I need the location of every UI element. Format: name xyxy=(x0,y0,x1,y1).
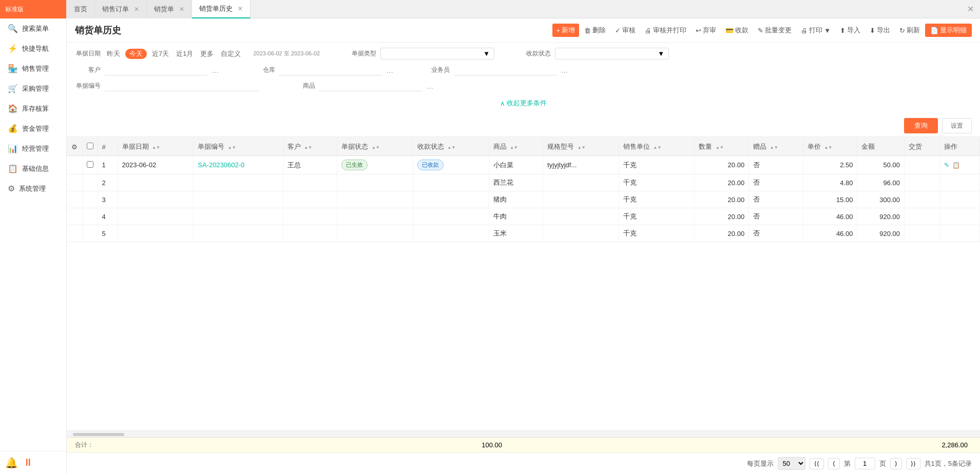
audit-button[interactable]: ✓ 审核 xyxy=(611,24,640,37)
print-button[interactable]: 🖨 打印 ▼ xyxy=(797,24,835,37)
refresh-button[interactable]: ↻ 刷新 xyxy=(895,24,924,37)
row-actions xyxy=(940,225,980,242)
docno-label: 单据编号 xyxy=(75,82,101,90)
row-edit-link[interactable]: ✎ xyxy=(944,162,949,169)
date-custom[interactable]: 自定义 xyxy=(219,49,243,59)
row-date: 2023-06-02 xyxy=(118,156,194,174)
print-icon: 🖨 xyxy=(801,27,808,34)
batch-change-button[interactable]: ✎ 批量变更 xyxy=(754,24,796,37)
delete-button[interactable]: 🗑 删除 xyxy=(580,24,610,37)
scrollbar-thumb[interactable] xyxy=(73,433,124,436)
pause-icon[interactable]: ⏸ xyxy=(23,457,33,469)
row-index: 3 xyxy=(98,191,118,208)
filter-date: 单据日期 昨天 今天 近7天 近1月 更多 自定义 xyxy=(75,49,243,59)
col-collect-status[interactable]: 收款状态 ▲▼ xyxy=(413,138,489,156)
row-copy-link[interactable]: 📋 xyxy=(952,162,960,169)
col-spec[interactable]: 规格型号 ▲▼ xyxy=(543,138,619,156)
doc-type-select[interactable]: ▼ xyxy=(380,48,494,60)
row-docno[interactable]: SA-20230602-0 xyxy=(194,156,283,174)
tab-sales-history-close[interactable]: ✕ xyxy=(238,5,243,12)
filter-goods: 商品 ... xyxy=(290,81,433,91)
salesman-dots[interactable]: ... xyxy=(561,66,568,75)
tab-sales-goods-close[interactable]: ✕ xyxy=(179,6,184,13)
collect-button[interactable]: 💳 收款 xyxy=(721,24,753,37)
col-gear[interactable]: ⚙ xyxy=(67,138,82,156)
collapse-link[interactable]: ∧ 收起更多条件 xyxy=(75,96,972,110)
warehouse-dots[interactable]: ... xyxy=(387,66,393,75)
table-header-row: ⚙ # 单据日期 ▲▼ 单据编号 ▲▼ 客户 ▲▼ 单据状态 ▲▼ 收款状态 ▲… xyxy=(67,138,980,156)
sidebar-item-system[interactable]: ⚙ 系统管理 xyxy=(0,179,66,199)
customer-dots[interactable]: ... xyxy=(212,66,219,75)
col-docno[interactable]: 单据编号 ▲▼ xyxy=(194,138,283,156)
warehouse-input[interactable] xyxy=(279,65,382,75)
abandon-button[interactable]: ↩ 弃审 xyxy=(691,24,720,37)
date-7days[interactable]: 近7天 xyxy=(150,49,171,59)
row-checkbox[interactable] xyxy=(82,174,98,191)
tab-sales-history[interactable]: 销货单历史 ✕ xyxy=(192,0,251,18)
row-select-checkbox[interactable] xyxy=(87,161,93,168)
next-page-button[interactable]: ⟩ xyxy=(890,458,902,469)
col-gift[interactable]: 赠品 ▲▼ xyxy=(749,138,803,156)
row-docno[interactable] xyxy=(194,174,283,191)
query-button[interactable]: 查询 xyxy=(904,118,938,133)
last-page-button[interactable]: ⟩⟩ xyxy=(906,458,920,469)
salesman-input[interactable] xyxy=(454,65,557,75)
sidebar-item-search[interactable]: 🔍 搜索菜单 xyxy=(0,18,66,38)
sidebar-item-inventory[interactable]: 🏠 库存核算 xyxy=(0,98,66,118)
select-all-checkbox[interactable] xyxy=(87,143,93,149)
row-spec xyxy=(543,174,619,191)
horizontal-scrollbar[interactable] xyxy=(67,431,980,437)
add-button[interactable]: + 新增 xyxy=(552,24,580,37)
show-detail-button[interactable]: 📄 显示明细 xyxy=(925,24,972,37)
date-yesterday[interactable]: 昨天 xyxy=(105,49,122,59)
sidebar-item-purchase[interactable]: 🛒 采购管理 xyxy=(0,78,66,98)
collect-status-select[interactable]: ▼ xyxy=(555,48,669,60)
prev-page-button[interactable]: ⟨ xyxy=(828,458,840,469)
page-number-input[interactable] xyxy=(855,458,875,469)
col-qty[interactable]: 数量 ▲▼ xyxy=(695,138,749,156)
per-page-select[interactable]: 20 50 100 xyxy=(778,457,805,470)
tab-sales-order[interactable]: 销售订单 ✕ xyxy=(95,0,147,18)
tab-sales-goods[interactable]: 销货单 ✕ xyxy=(147,0,192,18)
goods-input[interactable] xyxy=(319,81,422,91)
customer-input[interactable] xyxy=(105,65,208,75)
tab-home[interactable]: 首页 xyxy=(67,0,95,18)
setting-button[interactable]: 设置 xyxy=(942,118,972,133)
import-button[interactable]: ⬆ 导入 xyxy=(836,24,864,37)
tab-sales-order-close[interactable]: ✕ xyxy=(134,6,139,13)
col-date[interactable]: 单据日期 ▲▼ xyxy=(118,138,194,156)
row-checkbox[interactable] xyxy=(82,208,98,225)
docno-input[interactable] xyxy=(105,81,259,91)
row-docno[interactable] xyxy=(194,225,283,242)
tab-sales-goods-label: 销货单 xyxy=(154,5,174,14)
col-goods[interactable]: 商品 ▲▼ xyxy=(489,138,543,156)
row-docno[interactable] xyxy=(194,208,283,225)
row-docno[interactable] xyxy=(194,191,283,208)
col-customer[interactable]: 客户 ▲▼ xyxy=(283,138,337,156)
sidebar-item-operations[interactable]: 📊 经营管理 xyxy=(0,139,66,159)
col-unit[interactable]: 销售单位 ▲▼ xyxy=(619,138,695,156)
export-button[interactable]: ⬇ 导出 xyxy=(866,24,894,37)
first-page-button[interactable]: ⟨⟨ xyxy=(810,458,824,469)
collapse-text: 收起更多条件 xyxy=(507,98,547,108)
row-checkbox[interactable] xyxy=(82,225,98,242)
sidebar-item-finance[interactable]: 💰 资金管理 xyxy=(0,118,66,139)
sidebar-item-basic[interactable]: 📋 基础信息 xyxy=(0,159,66,179)
col-doc-status[interactable]: 单据状态 ▲▼ xyxy=(337,138,413,156)
tab-bar-close[interactable]: ✕ xyxy=(961,4,980,14)
date-1month[interactable]: 近1月 xyxy=(174,49,195,59)
date-more[interactable]: 更多 xyxy=(198,49,216,59)
row-checkbox[interactable] xyxy=(82,156,98,174)
sidebar-item-sales[interactable]: 🏪 销售管理 xyxy=(0,58,66,78)
show-detail-label: 显示明细 xyxy=(940,26,967,35)
sidebar-bottom: 🔔 ⏸ xyxy=(0,451,66,474)
batch-change-label: 批量变更 xyxy=(765,26,792,35)
goods-dots[interactable]: ... xyxy=(427,82,433,91)
audit-icon: ✓ xyxy=(615,27,621,34)
row-checkbox[interactable] xyxy=(82,191,98,208)
audit-print-button[interactable]: 🖨 审核并打印 xyxy=(641,24,690,37)
sidebar-item-quicknav[interactable]: ⚡ 快捷导航 xyxy=(0,38,66,58)
col-price[interactable]: 单价 ▲▼ xyxy=(803,138,857,156)
date-today[interactable]: 今天 xyxy=(125,49,147,59)
notification-icon[interactable]: 🔔 xyxy=(5,457,18,469)
